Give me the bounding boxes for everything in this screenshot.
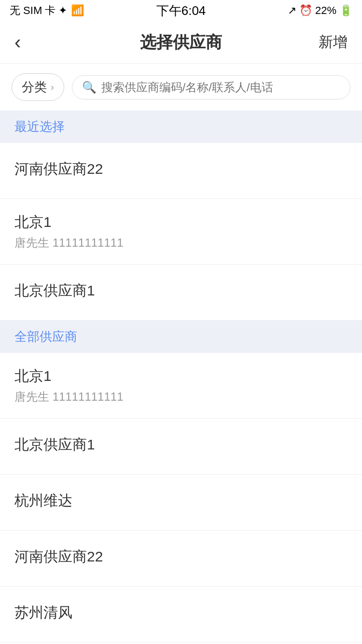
- search-input[interactable]: [101, 81, 340, 94]
- chevron-right-icon: ›: [51, 82, 54, 93]
- battery-icon: 🔋: [339, 4, 352, 17]
- battery-percent: 22%: [315, 4, 336, 17]
- item-name: 北京1: [14, 212, 348, 232]
- recent-list: 河南供应商22北京1唐先生 11111111111北京供应商1: [0, 143, 362, 321]
- wifi-icon: 📶: [71, 4, 84, 17]
- alarm-icon: ⏰: [299, 4, 312, 17]
- list-item[interactable]: 北京供应商1: [0, 419, 362, 475]
- status-bar: 无 SIM 卡 ✦ 📶 下午6:04 ↗ ⏰ 22% 🔋: [0, 0, 362, 21]
- filter-bar: 分类 › 🔍: [0, 64, 362, 111]
- recent-section-label: 最近选择: [14, 119, 65, 134]
- nav-bar: ‹ 选择供应商 新增: [0, 21, 362, 64]
- item-name: 河南供应商22: [14, 547, 348, 567]
- status-time: 下午6:04: [156, 2, 206, 19]
- item-detail: 唐先生 11111111111: [14, 389, 348, 405]
- item-name: 北京供应商1: [14, 435, 348, 455]
- list-item[interactable]: 北京供应商1: [0, 265, 362, 321]
- item-detail: 唐先生 11111111111: [14, 235, 348, 251]
- list-item[interactable]: 杭州维达: [0, 475, 362, 531]
- item-name: 河南供应商22: [14, 159, 348, 179]
- all-list: 北京1唐先生 11111111111北京供应商1杭州维达河南供应商22苏州清风: [0, 353, 362, 643]
- search-box: 🔍: [72, 75, 350, 99]
- search-icon: 🔍: [82, 81, 97, 94]
- page-title: 选择供应商: [43, 31, 319, 54]
- back-button[interactable]: ‹: [14, 31, 43, 53]
- status-left: 无 SIM 卡 ✦ 📶: [10, 3, 84, 18]
- recent-section-header: 最近选择: [0, 111, 362, 143]
- sim-status: 无 SIM 卡 ✦: [10, 3, 67, 18]
- list-item[interactable]: 北京1唐先生 11111111111: [0, 199, 362, 265]
- item-name: 北京1: [14, 366, 348, 386]
- category-filter[interactable]: 分类 ›: [12, 73, 64, 101]
- all-section-header: 全部供应商: [0, 321, 362, 353]
- status-right: ↗ ⏰ 22% 🔋: [288, 4, 352, 17]
- location-icon: ↗: [288, 4, 296, 17]
- category-label: 分类: [22, 79, 47, 96]
- list-item[interactable]: 河南供应商22: [0, 531, 362, 587]
- add-button[interactable]: 新增: [319, 32, 348, 52]
- list-item[interactable]: 北京1唐先生 11111111111: [0, 353, 362, 419]
- item-name: 苏州清风: [14, 603, 348, 623]
- list-item[interactable]: 苏州清风: [0, 587, 362, 643]
- list-item[interactable]: 河南供应商22: [0, 143, 362, 199]
- item-name: 北京供应商1: [14, 281, 348, 301]
- all-section-label: 全部供应商: [14, 329, 77, 344]
- item-name: 杭州维达: [14, 491, 348, 511]
